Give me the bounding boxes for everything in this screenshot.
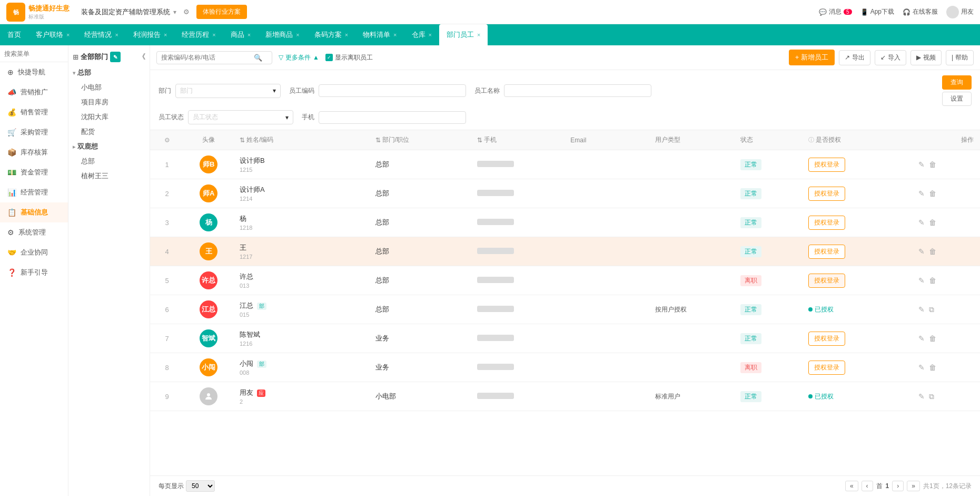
edit-icon[interactable]: ✎ [918,218,925,227]
tab-profit[interactable]: 利润报告 × [126,24,174,45]
auth-button[interactable]: 授权登录 [808,187,845,201]
filter-dept-select[interactable]: 部门 ▾ [175,84,281,98]
tab-warehouse[interactable]: 仓库 × [404,24,439,45]
tree-node-xiaodian[interactable]: 小电部 [68,80,150,95]
first-page-button[interactable]: « [845,481,858,491]
tab-close[interactable]: × [115,32,118,38]
tab-close[interactable]: × [393,32,397,38]
auth-button[interactable]: 授权登录 [808,274,845,288]
video-button[interactable]: ▶ 视频 [910,50,942,65]
app-download-button[interactable]: 📱 App下载 [860,7,894,16]
sidebar-item-basic[interactable]: 📋基础信息 [0,202,68,222]
edit-icon[interactable]: ✎ [918,334,925,343]
show-former-checkbox[interactable]: ✓ [325,54,333,61]
help-button[interactable]: | 帮助 [946,50,974,65]
edit-icon[interactable]: ✎ [918,363,925,372]
tree-node-zhishu[interactable]: 植树王三 [68,169,150,183]
auth-button[interactable]: 授权登录 [808,216,845,230]
tab-goods[interactable]: 商品 × [223,24,258,45]
delete-icon[interactable]: 🗑 [929,334,936,343]
th-name[interactable]: ⇅ 姓名/编码 [233,130,369,150]
filter-emp-name-input[interactable] [504,84,651,97]
filter-phone-input[interactable] [319,111,466,124]
trial-button[interactable]: 体验行业方案 [196,5,247,19]
per-page-select[interactable]: 50 100 [186,480,215,492]
edit-icon[interactable]: ✎ [918,276,925,285]
tree-edit-button[interactable]: ✎ [110,52,121,62]
clone-icon[interactable]: ⧉ [929,305,934,314]
system-title-arrow[interactable]: ▾ [173,8,176,16]
tree-node-shuanglux[interactable]: ▸ 双鹿想 [68,139,150,154]
sidebar-search-input[interactable] [4,50,68,57]
tree-collapse-button[interactable]: 《 [138,52,145,62]
delete-icon[interactable]: 🗑 [929,189,936,198]
show-former-toggle[interactable]: ✓ 显示离职员工 [325,53,373,62]
sidebar-item-stock[interactable]: 📦库存核算 [0,142,68,162]
tab-close[interactable]: × [345,32,348,38]
tab-customer[interactable]: 客户联络 × [28,24,77,45]
sidebar-item-quick[interactable]: ⊕快捷导航 [0,62,68,82]
export-button[interactable]: ↗ 导出 [839,50,870,65]
sidebar-item-finance[interactable]: 💵资金管理 [0,162,68,182]
edit-icon[interactable]: ✎ [918,160,925,169]
import-button[interactable]: ↙ 导入 [875,50,906,65]
auth-button[interactable]: 授权登录 [808,158,845,172]
user-menu[interactable]: 用友 [946,6,974,18]
tree-node-zongbu[interactable]: ▾ 总部 [68,65,150,80]
gear-button[interactable]: ⚙ [180,5,193,19]
online-service-button[interactable]: 🎧 在线客服 [903,7,938,16]
tree-node-shenyang[interactable]: 沈阳大库 [68,110,150,124]
tab-barcode[interactable]: 条码方案 × [307,24,355,45]
sidebar-item-collab[interactable]: 🤝企业协同 [0,242,68,262]
edit-icon[interactable]: ✎ [918,305,925,314]
sidebar-item-system[interactable]: ⚙系统管理 [0,222,68,242]
edit-icon[interactable]: ✎ [918,247,925,256]
th-phone[interactable]: ⇅ 手机 [471,130,564,150]
tree-node-peihuo[interactable]: 配货 [68,124,150,139]
tab-close[interactable]: × [248,32,251,38]
tab-addgoods[interactable]: 新增商品 × [258,24,306,45]
tab-close[interactable]: × [66,32,70,38]
sidebar-item-operation[interactable]: 📊经营管理 [0,182,68,202]
auth-button[interactable]: 授权登录 [808,361,845,375]
tab-close[interactable]: × [212,32,215,38]
sidebar-item-sales[interactable]: 💰销售管理 [0,102,68,122]
sidebar-item-guide[interactable]: ❓新手引导 [0,262,68,283]
edit-icon[interactable]: ✎ [918,392,925,401]
add-employee-button[interactable]: + 新增员工 [789,50,835,65]
tab-employees[interactable]: 部门员工 × [439,24,488,45]
th-dept[interactable]: ⇅ 部门/职位 [369,130,471,150]
auth-button[interactable]: 授权登录 [808,245,845,259]
settings-button[interactable]: 设置 [942,92,972,106]
search-icon[interactable]: 🔍 [254,54,262,62]
sidebar-item-marketing[interactable]: 📣营销推广 [0,82,68,102]
next-page-button[interactable]: › [892,481,904,491]
tab-close[interactable]: × [164,32,167,38]
more-filter-button[interactable]: ▽ 更多条件 ▲ [279,53,319,62]
prev-page-button[interactable]: ‹ [862,481,873,491]
tab-close[interactable]: × [296,32,299,38]
last-page-button[interactable]: » [907,481,920,491]
tab-business[interactable]: 经营情况 × [77,24,125,45]
delete-icon[interactable]: 🗑 [929,363,936,372]
search-button[interactable]: 查询 [942,75,972,90]
delete-icon[interactable]: 🗑 [929,160,936,169]
edit-icon[interactable]: ✎ [918,189,925,198]
tree-node-xiangmu[interactable]: 项目库房 [68,95,150,110]
message-button[interactable]: 💬 消息 5 [819,7,852,16]
tree-node-zongbu2[interactable]: 总部 [68,154,150,169]
delete-icon[interactable]: 🗑 [929,276,936,285]
clone-icon[interactable]: ⧉ [929,392,934,401]
th-auth-info-icon[interactable]: ⓘ [808,136,814,144]
delete-icon[interactable]: 🗑 [929,247,936,256]
tab-bom[interactable]: 物料清单 × [355,24,404,45]
filter-emp-code-input[interactable] [319,84,466,97]
sidebar-item-purchase[interactable]: 🛒采购管理 [0,122,68,142]
tab-close[interactable]: × [429,32,432,38]
th-settings[interactable]: ⚙ [150,130,184,150]
tab-process[interactable]: 经营历程 × [174,24,223,45]
filter-status-select[interactable]: 员工状态 ▾ [188,110,293,124]
delete-icon[interactable]: 🗑 [929,218,936,227]
tab-close[interactable]: × [477,32,480,38]
tab-home[interactable]: 首页 [0,24,28,45]
